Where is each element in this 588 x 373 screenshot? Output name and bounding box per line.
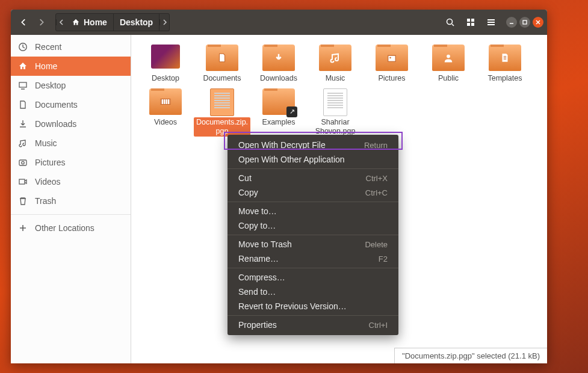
file-label: Pictures [376,73,407,84]
file-item-templates[interactable]: Templates [477,45,533,84]
hamburger-menu-button[interactable] [482,13,500,31]
path-next-button[interactable] [159,19,169,25]
file-manager-window: Home Desktop Re [11,10,547,363]
context-item-label: Open With Other Application [238,155,345,164]
sidebar-item-videos[interactable]: Videos [11,172,131,191]
context-item-rename[interactable]: Rename… F2 [227,251,398,266]
sidebar-item-label: Trash [35,196,56,206]
sidebar-item-recent[interactable]: Recent [11,37,131,57]
context-item-label: Move to… [238,206,277,216]
context-item-label: Send to… [238,287,276,297]
context-item-open-with-decrypt[interactable]: Open With Decrypt File Return [227,138,398,152]
view-mode-button[interactable] [462,13,480,31]
context-item-move-to[interactable]: Move to… [227,204,398,218]
file-item-downloads[interactable]: Downloads [250,45,307,84]
toolbar: Home Desktop [11,10,547,35]
sidebar-item-documents[interactable]: Documents [11,95,131,114]
folder-icon [151,45,180,69]
sidebar-item-label: Other Locations [35,223,94,233]
sidebar-item-label: Recent [35,42,61,52]
context-separator [227,268,398,268]
minimize-button[interactable] [506,17,517,28]
folder-icon [262,45,295,71]
file-label: Videos [152,117,179,128]
context-item-accel: Delete [365,240,388,249]
sidebar-item-other-locations[interactable]: Other Locations [11,218,131,238]
home-icon [72,18,80,26]
context-item-label: Rename… [238,254,279,264]
context-separator [227,168,398,169]
document-icon [18,100,28,109]
context-item-label: Copy to… [238,221,276,230]
sidebar-item-pictures[interactable]: Pictures [11,153,131,172]
svg-rect-8 [19,160,26,165]
clock-icon [18,42,28,52]
download-icon [18,119,28,129]
context-item-move-to-trash[interactable]: Move to Trash Delete [227,237,398,251]
maximize-button[interactable] [519,17,530,28]
context-item-cut[interactable]: Cut Ctrl+X [227,171,398,185]
context-item-accel: F2 [379,254,388,264]
sidebar-item-home[interactable]: Home [11,57,131,76]
svg-rect-1 [467,19,470,22]
folder-icon [489,45,521,71]
folder-icon [376,45,408,71]
svg-rect-4 [471,23,474,26]
close-button[interactable] [533,17,543,28]
path-bar: Home Desktop [55,13,170,31]
svg-rect-2 [471,19,474,22]
context-item-label: Compress… [238,273,285,282]
sidebar-item-music[interactable]: Music [11,134,131,153]
context-item-compress[interactable]: Compress… [227,270,398,285]
context-item-properties[interactable]: Properties Ctrl+I [227,318,398,332]
hamburger-icon [486,17,496,27]
nav-buttons [14,13,51,31]
sidebar-item-trash[interactable]: Trash [11,191,131,211]
forward-button[interactable] [32,13,51,31]
desktop-icon [18,81,28,90]
context-item-send-to[interactable]: Send to… [227,285,398,299]
back-button[interactable] [14,13,32,31]
document-icon [210,88,234,116]
sidebar-item-label: Home [35,61,57,71]
icon-grid: Desktop Documents Downloads Music Pictur… [131,35,547,146]
sidebar-item-desktop[interactable]: Desktop [11,76,131,95]
context-item-revert[interactable]: Revert to Previous Version… [227,299,398,313]
svg-point-0 [447,19,453,25]
search-icon [445,17,455,27]
folder-icon [319,45,351,71]
context-item-label: Open With Decrypt File [238,140,326,150]
sidebar-item-label: Desktop [35,81,66,90]
search-button[interactable] [441,13,459,31]
file-item-videos[interactable]: Videos [137,88,194,128]
file-item-music[interactable]: Music [307,45,364,84]
file-label: Desktop [150,73,181,84]
music-icon [18,138,28,148]
link-emblem-icon: ↗ [286,106,297,117]
sidebar: Recent Home Desktop Documents Downloads … [11,35,131,363]
context-item-copy[interactable]: Copy Ctrl+C [227,185,398,200]
path-prev-button[interactable] [56,19,66,25]
file-item-shahriar-shovon-pgp[interactable]: Shahriar Shovon.pgp [307,88,364,137]
svg-rect-3 [467,23,470,26]
context-item-open-with-other[interactable]: Open With Other Application [227,152,398,167]
file-item-documents[interactable]: Documents [194,45,250,84]
file-item-public[interactable]: Public [420,45,477,84]
file-item-examples[interactable]: ↗ Examples [250,88,307,128]
context-item-label: Cut [238,173,252,183]
window-controls [506,17,543,28]
path-seg-label: Desktop [120,17,153,27]
context-menu: Open With Decrypt File Return Open With … [227,135,398,335]
sidebar-item-label: Downloads [35,119,76,129]
path-seg-home[interactable]: Home [66,14,114,31]
context-separator [227,315,398,316]
path-seg-desktop[interactable]: Desktop [114,14,159,31]
context-item-accel: Ctrl+C [365,188,388,197]
document-icon [323,88,347,116]
file-item-documents-zip-pgp[interactable]: Documents.zip.pgp [194,88,250,137]
sidebar-item-downloads[interactable]: Downloads [11,114,131,134]
sidebar-item-label: Pictures [35,158,66,167]
file-item-desktop[interactable]: Desktop [137,45,194,84]
file-item-pictures[interactable]: Pictures [364,45,420,84]
context-item-copy-to[interactable]: Copy to… [227,218,398,233]
